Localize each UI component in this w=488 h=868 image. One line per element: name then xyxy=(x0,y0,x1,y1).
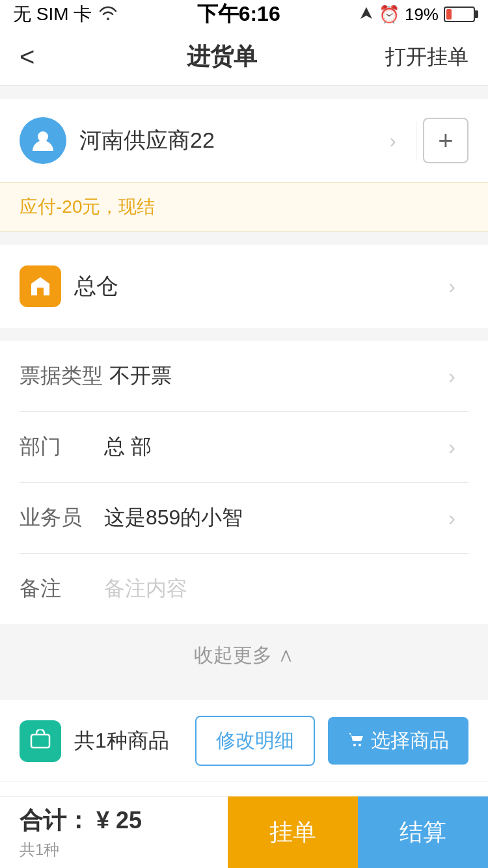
supplier-name: 河南供应商22 xyxy=(79,126,389,156)
nav-bar: < 进货单 打开挂单 xyxy=(0,29,488,86)
svg-rect-1 xyxy=(37,288,44,295)
salesman-chevron-icon: › xyxy=(448,506,455,530)
section-gap-3 xyxy=(0,328,488,341)
product-header: 共1种商品 修改明细 选择商品 xyxy=(0,700,488,781)
svg-point-0 xyxy=(38,131,48,142)
footer-total-count: 共1种 xyxy=(20,839,208,860)
cart-icon xyxy=(347,730,366,752)
product-count-text: 共1种商品 xyxy=(74,727,182,755)
back-button[interactable]: < xyxy=(20,42,59,72)
warehouse-name: 总仓 xyxy=(74,271,448,301)
product-count-icon xyxy=(20,720,61,762)
department-label: 部门 xyxy=(20,433,98,461)
salesman-label: 业务员 xyxy=(20,504,98,532)
battery-icon xyxy=(444,7,475,22)
settle-button[interactable]: 结算 xyxy=(358,796,488,868)
footer-total-label: 合计： xyxy=(20,807,90,834)
status-left: 无 SIM 卡 xyxy=(13,2,118,27)
svg-rect-2 xyxy=(31,735,49,748)
supplier-section: 河南供应商22 › + 应付-20元，现结 xyxy=(0,99,488,232)
footer-total-amount: 合计： ¥ 25 xyxy=(20,805,208,837)
ticket-type-chevron-icon: › xyxy=(448,364,455,388)
collapse-more-button[interactable]: 收起更多 ∧ xyxy=(0,624,488,687)
vertical-divider xyxy=(416,121,416,160)
status-time: 下午6:16 xyxy=(197,0,280,29)
supplier-avatar xyxy=(20,117,66,164)
select-product-button[interactable]: 选择商品 xyxy=(328,717,468,765)
remark-input[interactable]: 备注内容 xyxy=(98,575,468,603)
department-value: 总 部 xyxy=(98,433,448,461)
page-title: 进货单 xyxy=(187,41,257,73)
open-pending-button[interactable]: 打开挂单 xyxy=(385,43,468,72)
wifi-icon xyxy=(98,4,118,25)
edit-detail-button[interactable]: 修改明细 xyxy=(195,716,315,766)
department-chevron-icon: › xyxy=(448,435,455,459)
status-bar: 无 SIM 卡 下午6:16 ⏰ 19% xyxy=(0,0,488,29)
battery-percent: 19% xyxy=(405,5,439,25)
section-gap-1 xyxy=(0,86,488,99)
ticket-type-value: 不开票 xyxy=(103,362,448,390)
remark-row[interactable]: 备注 备注内容 xyxy=(0,554,488,624)
add-supplier-button[interactable]: + xyxy=(423,118,468,163)
section-gap-4 xyxy=(0,687,488,700)
supplier-chevron-icon: › xyxy=(389,129,396,153)
warehouse-row[interactable]: 总仓 › xyxy=(0,245,488,328)
footer-total: 合计： ¥ 25 共1种 xyxy=(0,796,228,868)
alarm-icon: ⏰ xyxy=(379,5,400,25)
status-right: ⏰ 19% xyxy=(359,5,475,25)
notice-bar: 应付-20元，现结 xyxy=(0,182,488,232)
department-row[interactable]: 部门 总 部 › xyxy=(0,412,488,482)
warehouse-icon xyxy=(20,265,61,307)
warehouse-chevron-icon: › xyxy=(448,275,455,299)
form-section: 票据类型 不开票 › 部门 总 部 › 业务员 这是859的小智 › 备注 备注… xyxy=(0,341,488,624)
ticket-type-row[interactable]: 票据类型 不开票 › xyxy=(0,341,488,411)
warehouse-section: 总仓 › xyxy=(0,245,488,328)
footer-bar: 合计： ¥ 25 共1种 挂单 结算 xyxy=(0,796,488,868)
remark-label: 备注 xyxy=(20,575,98,603)
carrier-label: 无 SIM 卡 xyxy=(13,2,92,27)
section-gap-2 xyxy=(0,232,488,245)
ticket-type-label: 票据类型 xyxy=(20,362,103,390)
svg-point-4 xyxy=(359,744,361,746)
supplier-row[interactable]: 河南供应商22 › + xyxy=(0,99,488,182)
salesman-row[interactable]: 业务员 这是859的小智 › xyxy=(0,483,488,553)
svg-point-3 xyxy=(353,744,356,746)
pending-button[interactable]: 挂单 xyxy=(228,796,358,868)
location-icon xyxy=(359,5,373,25)
salesman-value: 这是859的小智 xyxy=(98,504,448,532)
select-product-label: 选择商品 xyxy=(371,727,449,754)
footer-amount-value: ¥ 25 xyxy=(96,807,142,834)
